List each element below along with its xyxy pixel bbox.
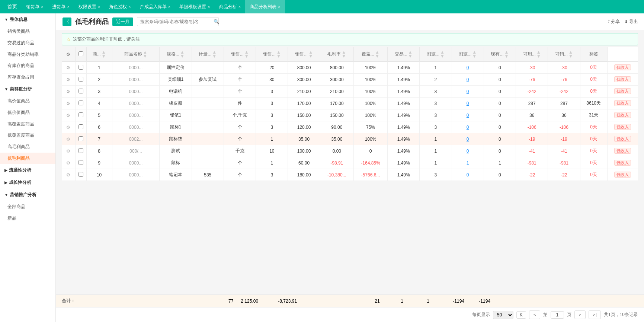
sidebar-section-marketing[interactable]: ▼ 营销推广分析 bbox=[0, 189, 55, 201]
cell-checkbox[interactable] bbox=[75, 157, 86, 169]
nav-home[interactable]: 首页 bbox=[3, 0, 22, 13]
th-checkbox[interactable] bbox=[75, 47, 86, 62]
page-number-input[interactable] bbox=[551, 311, 564, 319]
export-button[interactable]: ⬇ 导出 bbox=[624, 19, 638, 25]
nav-product-entry[interactable]: 产成品入库单× bbox=[135, 0, 175, 13]
th-gross-margin[interactable]: 毛利率▲▼ bbox=[320, 47, 353, 62]
cell-settings[interactable]: ⚙ bbox=[62, 145, 75, 157]
sidebar-section-cluster[interactable]: ▼ 类群度分析 bbox=[0, 83, 55, 95]
nav-purchase-order[interactable]: 进货单× bbox=[48, 0, 74, 13]
cell-settings[interactable]: ⚙ bbox=[62, 169, 75, 181]
last-page-button[interactable]: ＞| bbox=[589, 310, 601, 319]
th-code[interactable]: 商...▲▼ bbox=[86, 47, 112, 62]
th-sales-amount[interactable]: 销售...▲▼ bbox=[256, 47, 288, 62]
th-browse1[interactable]: 浏览...▲▼ bbox=[420, 47, 452, 62]
sidebar-item-new-goods[interactable]: 新品 bbox=[0, 213, 55, 224]
row-checkbox[interactable] bbox=[79, 160, 83, 165]
prev-page-button[interactable]: ＜ bbox=[529, 310, 540, 319]
cell-browse1[interactable]: 0 bbox=[452, 109, 484, 121]
page-size-select[interactable]: 10 20 50 100 bbox=[493, 311, 513, 319]
cell-browse1[interactable]: 0 bbox=[452, 121, 484, 133]
row-checkbox[interactable] bbox=[79, 112, 83, 117]
cell-settings[interactable]: ⚙ bbox=[62, 109, 75, 121]
th-available-stock[interactable]: 可用...▲▼ bbox=[516, 47, 548, 62]
sidebar-item-low-value[interactable]: 低价值商品 bbox=[0, 107, 55, 118]
row-checkbox[interactable] bbox=[79, 124, 83, 129]
cell-browse1[interactable]: 0 bbox=[452, 169, 484, 181]
sidebar-item-low-margin[interactable]: 低毛利商品 bbox=[0, 153, 55, 164]
cell-settings[interactable]: ⚙ bbox=[62, 157, 75, 169]
th-unit[interactable]: 计量...▲▼ bbox=[192, 47, 224, 62]
cell-checkbox[interactable] bbox=[75, 169, 86, 181]
cell-checkbox[interactable] bbox=[75, 74, 86, 86]
sidebar-item-stock-capital[interactable]: 库存资金占用 bbox=[0, 71, 55, 83]
cell-checkbox[interactable] bbox=[75, 121, 86, 133]
sidebar-item-high-value[interactable]: 高价值商品 bbox=[0, 95, 55, 107]
cell-settings[interactable]: ⚙ bbox=[62, 98, 75, 109]
cell-checkbox[interactable] bbox=[75, 145, 86, 157]
cell-checkbox[interactable] bbox=[75, 133, 86, 145]
th-browse2[interactable]: 浏览...▲▼ bbox=[452, 47, 484, 62]
sidebar-section-liquidity[interactable]: ▶ 流通性分析 bbox=[0, 164, 55, 176]
th-spec[interactable]: 规格...▲▼ bbox=[160, 47, 192, 62]
cell-browse1[interactable]: 1 bbox=[452, 157, 484, 169]
first-page-button[interactable]: K bbox=[516, 311, 526, 319]
cell-settings[interactable]: ⚙ bbox=[62, 121, 75, 133]
table-container[interactable]: ⚙ 商...▲▼ 商品名称▲▼ 规格...▲▼ 计量...▲▼ bbox=[56, 47, 644, 294]
nav-product-analysis[interactable]: 商品分析× bbox=[215, 0, 245, 13]
select-all-checkbox[interactable] bbox=[79, 51, 83, 56]
th-settings[interactable]: ⚙ bbox=[62, 47, 75, 62]
cell-checkbox[interactable] bbox=[75, 109, 86, 121]
row-checkbox[interactable] bbox=[79, 148, 83, 153]
cell-checkbox[interactable] bbox=[75, 98, 86, 109]
cell-browse1[interactable]: 0 bbox=[452, 133, 484, 145]
cell-settings[interactable]: ⚙ bbox=[62, 133, 75, 145]
sidebar-item-low-coverage[interactable]: 低覆盖度商品 bbox=[0, 130, 55, 141]
th-sales-qty[interactable]: 销售...▲▼ bbox=[224, 47, 256, 62]
sidebar-item-category-assist[interactable]: 商品分类助销率 bbox=[0, 49, 55, 60]
sidebar-section-overall[interactable]: ▼ 整体信息 bbox=[0, 13, 55, 26]
next-page-button[interactable]: ＞ bbox=[574, 310, 586, 319]
row-checkbox[interactable] bbox=[79, 89, 83, 93]
cell-settings[interactable]: ⚙ bbox=[62, 62, 75, 74]
cell-browse1[interactable]: 0 bbox=[452, 98, 484, 109]
cell-settings[interactable]: ⚙ bbox=[62, 86, 75, 98]
sidebar-item-traded-goods[interactable]: 交易过的商品 bbox=[0, 37, 55, 49]
share-button[interactable]: ⤴ 分享 bbox=[608, 19, 620, 25]
row-checkbox[interactable] bbox=[79, 172, 83, 177]
sidebar-item-high-coverage[interactable]: 高覆盖度商品 bbox=[0, 118, 55, 130]
date-filter-button[interactable]: 近一月 bbox=[112, 17, 133, 26]
row-checkbox[interactable] bbox=[79, 101, 83, 105]
nav-permission-settings[interactable]: 权限设置× bbox=[74, 0, 105, 13]
th-name[interactable]: 商品名称▲▼ bbox=[112, 47, 159, 62]
cell-spec bbox=[192, 109, 224, 121]
cell-settings[interactable]: ⚙ bbox=[62, 74, 75, 86]
nav-template-settings[interactable]: 单据模板设置× bbox=[175, 0, 214, 13]
row-checkbox[interactable] bbox=[79, 136, 83, 141]
sidebar-item-stocked-goods[interactable]: 有库存的商品 bbox=[0, 60, 55, 71]
row-checkbox[interactable] bbox=[79, 77, 83, 82]
th-transaction[interactable]: 交易...▲▼ bbox=[388, 47, 420, 62]
th-tag[interactable]: 标签 bbox=[580, 47, 607, 62]
cell-browse1[interactable]: 0 bbox=[452, 86, 484, 98]
sidebar-item-high-margin[interactable]: 高毛利商品 bbox=[0, 141, 55, 153]
nav-role-auth[interactable]: 角色授权× bbox=[105, 0, 135, 13]
th-coverage[interactable]: 覆盖...▲▼ bbox=[353, 47, 387, 62]
nav-sales-order[interactable]: 销货单× bbox=[22, 0, 48, 13]
search-input[interactable] bbox=[137, 17, 219, 26]
th-current-stock[interactable]: 现有...▲▼ bbox=[484, 47, 516, 62]
sidebar-item-all-goods[interactable]: 全部商品 bbox=[0, 201, 55, 213]
sidebar-item-sales-goods[interactable]: 销售类商品 bbox=[0, 26, 55, 37]
cell-browse1[interactable]: 0 bbox=[452, 62, 484, 74]
sidebar-section-growth[interactable]: ▶ 成长性分析 bbox=[0, 176, 55, 189]
cell-browse1[interactable]: 0 bbox=[452, 145, 484, 157]
th-saleable-stock[interactable]: 可销...▲▼ bbox=[548, 47, 580, 62]
cell-checkbox[interactable] bbox=[75, 62, 86, 74]
nav-product-analysis-list[interactable]: 商品分析列表× bbox=[245, 0, 285, 13]
search-icon[interactable]: 🔍 bbox=[214, 19, 219, 24]
th-sales-profit[interactable]: 销售...▲▼ bbox=[288, 47, 320, 62]
sidebar-collapse-button[interactable]: 《 bbox=[63, 17, 71, 26]
cell-checkbox[interactable] bbox=[75, 86, 86, 98]
row-checkbox[interactable] bbox=[79, 65, 83, 70]
cell-browse1[interactable]: 0 bbox=[452, 74, 484, 86]
